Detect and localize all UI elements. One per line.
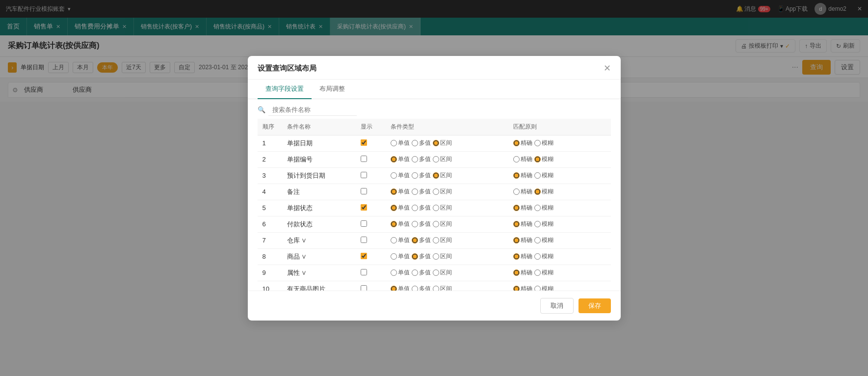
modal-tabs: 查询字段设置 布局调整 — [248, 80, 621, 99]
tab-layout-adjust[interactable]: 布局调整 — [312, 80, 353, 99]
modal-header: 设置查询区域布局 ✕ — [248, 56, 621, 80]
tab-query-fields-label: 查询字段设置 — [265, 85, 304, 92]
tab-query-fields[interactable]: 查询字段设置 — [258, 80, 312, 99]
modal-close-button[interactable]: ✕ — [604, 64, 611, 73]
modal-search-area: 🔍 — [248, 99, 621, 102]
tab-layout-adjust-label: 布局调整 — [319, 85, 345, 92]
modal-overlay: 设置查询区域布局 ✕ 查询字段设置 布局调整 🔍 顺序 条件名称 — [0, 0, 868, 102]
settings-modal: 设置查询区域布局 ✕ 查询字段设置 布局调整 🔍 顺序 条件名称 — [248, 56, 621, 102]
modal-title: 设置查询区域布局 — [258, 64, 316, 73]
